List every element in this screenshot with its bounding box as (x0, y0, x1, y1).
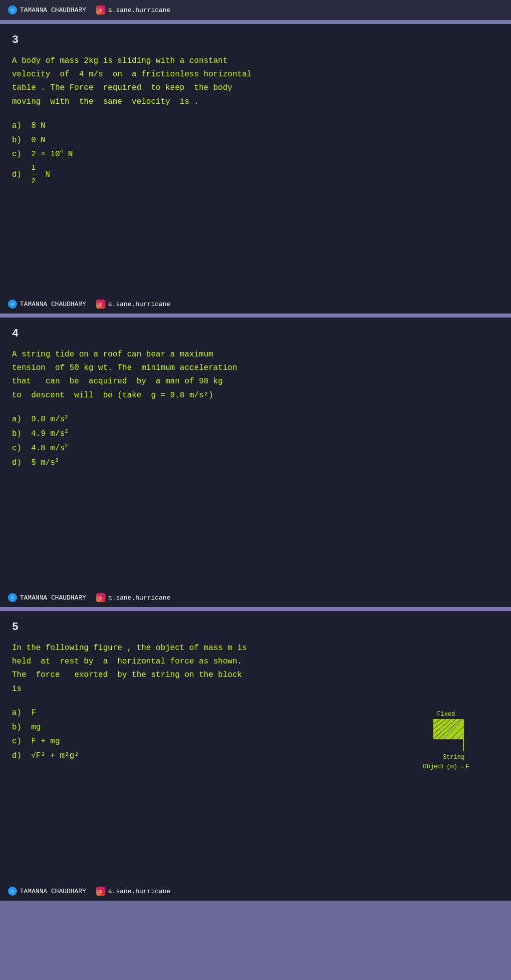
footer-instagram-icon-3: ◎ (96, 300, 105, 309)
sup-2b: 2 (65, 428, 68, 434)
footer-telegram-label-5: TAMANNA CHAUDHARY (20, 888, 86, 895)
option-4a: a) 9.8 m/s2 (12, 412, 499, 427)
footer-telegram-4: ✈ TAMANNA CHAUDHARY (8, 593, 86, 602)
sup-2d: 2 (55, 457, 58, 463)
option-3c-label: c) 2 × 104 N (12, 147, 73, 162)
footer-telegram-5: ✈ TAMANNA CHAUDHARY (8, 887, 86, 896)
question-number-3: 3 (12, 34, 499, 46)
object-mass-label: (m) (447, 763, 458, 770)
option-3a: a) 8 N (12, 119, 499, 133)
telegram-icon: ✈ (8, 5, 17, 14)
question-text-4: A string tide on a roof can bear a maxim… (12, 348, 499, 402)
sup-2c: 2 (65, 443, 68, 449)
diagram: Fixed String Object (m) → (423, 711, 469, 771)
option-3a-label: a) 8 N (12, 119, 45, 133)
separator-2 (0, 314, 511, 318)
fraction-denominator: 2 (30, 175, 36, 188)
option-5d-text: d) √F² + m²g² (12, 749, 79, 763)
option-4d: d) 5 m/s2 (12, 456, 499, 470)
question-card-5: 5 In the following figure , the object o… (0, 611, 511, 901)
footer-instagram-icon-4: ◎ (96, 593, 105, 602)
separator-3 (0, 607, 511, 611)
superscript-4: 4 (60, 149, 63, 155)
card-3-footer: ✈ TAMANNA CHAUDHARY ◎ a.sane.hurricane (8, 300, 503, 309)
question-number-4: 4 (12, 327, 499, 340)
option-3c: c) 2 × 104 N (12, 147, 499, 162)
card-5-footer: ✈ TAMANNA CHAUDHARY ◎ a.sane.hurricane (8, 887, 503, 896)
option-4c-text: c) 4.8 m/s2 (12, 441, 68, 456)
object-row: Object (m) → F (423, 763, 469, 771)
force-label: F (466, 763, 469, 770)
options-4: a) 9.8 m/s2 b) 4.9 m/s2 c) 4.8 m/s2 d) 5… (12, 412, 499, 471)
options-3: a) 8 N b) 0 N c) 2 × 104 N d) 1 2 N (12, 119, 499, 188)
card-4-footer: ✈ TAMANNA CHAUDHARY ◎ a.sane.hurricane (8, 593, 503, 602)
option-5b: b) mg (12, 720, 79, 735)
question-card-3: 3 A body of mass 2kg is sliding with a c… (0, 24, 511, 314)
block-diagram-svg (424, 719, 469, 754)
footer-telegram-label-4: TAMANNA CHAUDHARY (20, 594, 86, 602)
option-3b-label: b) 0 N (12, 133, 45, 148)
option-3d-label: d) (12, 168, 26, 182)
separator-1 (0, 20, 511, 24)
footer-instagram-5: ◎ a.sane.hurricane (96, 887, 171, 896)
svg-rect-0 (434, 719, 464, 739)
arrow-right: → (459, 763, 463, 771)
footer-telegram-label-3: TAMANNA CHAUDHARY (20, 301, 86, 308)
question-card-4: 4 A string tide on a roof can bear a max… (0, 318, 511, 607)
option-3d: d) 1 2 N (12, 162, 499, 187)
fraction-numerator: 1 (30, 162, 36, 175)
option-3d-unit: N (40, 168, 50, 182)
footer-instagram-label-5: a.sane.hurricane (108, 888, 171, 895)
fraction-half: 1 2 (30, 162, 36, 187)
option-5b-text: b) mg (12, 720, 41, 735)
option-4d-text: d) 5 m/s2 (12, 456, 58, 470)
option-3b: b) 0 N (12, 133, 499, 148)
option-5c-text: c) F + mg (12, 734, 60, 749)
footer-instagram-icon-5: ◎ (96, 887, 105, 896)
option-4b-text: b) 4.9 m/s2 (12, 427, 68, 441)
options-5: a) F b) mg c) F + mg d) √F² + m²g² (12, 706, 79, 763)
instagram-icon: ◎ (96, 5, 105, 14)
option-4c: c) 4.8 m/s2 (12, 441, 499, 456)
option-4b: b) 4.9 m/s2 (12, 427, 499, 441)
footer-telegram-icon-4: ✈ (8, 593, 17, 602)
top-bar: ✈ TAMANNA CHAUDHARY ◎ a.sane.hurricane (0, 0, 511, 20)
option-5c: c) F + mg (12, 734, 79, 749)
footer-telegram-3: ✈ TAMANNA CHAUDHARY (8, 300, 86, 309)
telegram-label: TAMANNA CHAUDHARY (20, 6, 86, 14)
footer-telegram-icon-3: ✈ (8, 300, 17, 309)
footer-instagram-label-3: a.sane.hurricane (108, 301, 171, 308)
footer-instagram-4: ◎ a.sane.hurricane (96, 593, 171, 602)
footer-instagram-3: ◎ a.sane.hurricane (96, 300, 171, 309)
option-4a-text: a) 9.8 m/s2 (12, 412, 68, 427)
instagram-handle: ◎ a.sane.hurricane (96, 5, 171, 14)
footer-telegram-icon-5: ✈ (8, 887, 17, 896)
question-text-3: A body of mass 2kg is sliding with a con… (12, 54, 499, 109)
footer-instagram-label-4: a.sane.hurricane (108, 594, 171, 602)
option-5d: d) √F² + m²g² (12, 749, 79, 763)
string-label: String (424, 754, 469, 761)
fixed-label: Fixed (437, 711, 455, 718)
question-number-5: 5 (12, 621, 499, 634)
option-5a: a) F (12, 706, 79, 720)
option-5a-text: a) F (12, 706, 36, 720)
question-text-5: In the following figure , the object of … (12, 642, 499, 696)
sup-2a: 2 (65, 414, 68, 420)
object-label: Object (423, 763, 445, 770)
instagram-label: a.sane.hurricane (108, 6, 171, 14)
telegram-handle: ✈ TAMANNA CHAUDHARY (8, 5, 86, 14)
